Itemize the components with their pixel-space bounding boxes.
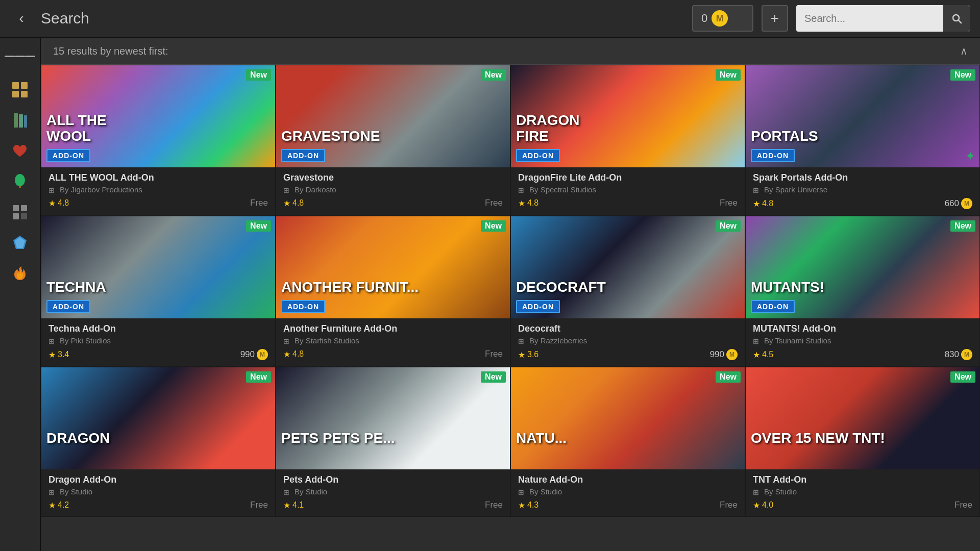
item-dragon2[interactable]: DRAGON New Dragon Add-On By Studio ★ 4.2… xyxy=(41,367,276,517)
author-name: By Darkosto xyxy=(295,185,336,194)
item-author: By Spectral Studios xyxy=(518,185,738,194)
addon-badge: Add-On xyxy=(281,149,325,162)
author-name: By Jigarbov Productions xyxy=(60,185,142,194)
price-coin-icon: M xyxy=(961,198,972,209)
svg-point-8 xyxy=(15,174,25,186)
item-rating: ★ 3.6 xyxy=(518,350,538,360)
author-icon xyxy=(283,337,291,345)
sidebar-icon-art[interactable] xyxy=(6,198,34,227)
rating-value: 4.0 xyxy=(762,500,773,510)
item-tnt[interactable]: OVER 15 NEW TNT! New TNT Add-On By Studi… xyxy=(745,367,980,517)
item-name: Dragon Add-On xyxy=(48,474,268,485)
author-name: By Starfish Studios xyxy=(295,336,359,345)
author-name: By Studio xyxy=(529,487,562,496)
item-thumbnail: NATU... New xyxy=(511,367,745,469)
svg-rect-4 xyxy=(14,113,18,128)
item-decocraft[interactable]: decocraft Add-On New Decocraft By Razzle… xyxy=(510,216,745,367)
item-all-the-wool[interactable]: ALL THEWOOL Add-On New ALL THE WOOL Add-… xyxy=(41,65,276,216)
item-author: By Piki Studios xyxy=(48,336,268,345)
star-icon: ★ xyxy=(753,500,760,510)
sidebar-icon-fire[interactable] xyxy=(6,259,34,288)
item-footer: ★ 4.5 830 M xyxy=(753,349,972,360)
rating-value: 4.8 xyxy=(292,198,304,208)
filter-arrow-icon[interactable]: ∧ xyxy=(960,45,968,57)
author-icon xyxy=(48,337,57,345)
item-thumbnail: ALL THEWOOL Add-On New xyxy=(41,65,275,167)
item-footer: ★ 4.2 Free xyxy=(48,500,268,510)
item-dragonfire[interactable]: DRAGONFIRE Add-On New DragonFire Lite Ad… xyxy=(510,65,745,216)
thumb-title: DRAGON xyxy=(46,431,110,446)
sidebar-icon-favorites[interactable] xyxy=(6,137,34,165)
addon-badge: Add-On xyxy=(281,300,325,313)
new-badge: New xyxy=(481,69,506,81)
item-nature[interactable]: NATU... New Nature Add-On By Studio ★ 4.… xyxy=(510,367,745,517)
item-spark-portals[interactable]: PORTALS Add-On New ✦ Spark Portals Add-O… xyxy=(745,65,980,216)
item-info: ALL THE WOOL Add-On By Jigarbov Producti… xyxy=(41,167,275,214)
item-author: By Studio xyxy=(518,487,738,496)
item-thumbnail: PORTALS Add-On New ✦ xyxy=(746,65,979,167)
hamburger-line-2 xyxy=(15,56,25,57)
item-price-free: Free xyxy=(720,198,738,208)
item-footer: ★ 4.8 Free xyxy=(283,349,503,359)
item-info: Dragon Add-On By Studio ★ 4.2 Free xyxy=(41,469,275,516)
item-rating: ★ 4.0 xyxy=(753,500,773,510)
search-button[interactable] xyxy=(943,5,970,32)
item-author: By Tsunami Studios xyxy=(753,336,972,345)
thumb-title: ANOTHER FURNIT... xyxy=(281,280,419,295)
search-input[interactable] xyxy=(796,13,943,24)
item-name: Nature Add-On xyxy=(518,474,738,485)
item-info: Pets Add-On By Studio ★ 4.1 Free xyxy=(276,469,510,516)
item-info: Gravestone By Darkosto ★ 4.8 Free xyxy=(276,167,510,214)
item-pets[interactable]: PETS PETS PE... New Pets Add-On By Studi… xyxy=(276,367,510,517)
item-gravestone[interactable]: GRAVESTONE Add-On New Gravestone By Dark… xyxy=(276,65,510,216)
item-name: DragonFire Lite Add-On xyxy=(518,172,738,183)
thumb-title: ALL THEWOOL xyxy=(46,113,107,144)
new-badge: New xyxy=(246,220,271,232)
sidebar-icon-category[interactable] xyxy=(6,76,34,104)
author-name: By Spark Universe xyxy=(764,185,827,194)
addon-badge: Add-On xyxy=(751,300,795,313)
item-price-free: Free xyxy=(720,500,738,510)
item-another-furniture[interactable]: ANOTHER FURNIT... Add-On New Another Fur… xyxy=(276,216,510,367)
item-techna[interactable]: TECHNA Add-On New Techna Add-On By Piki … xyxy=(41,216,276,367)
item-mutants[interactable]: MUTANTS! Add-On New MUTANTS! Add-On By T… xyxy=(745,216,980,367)
hamburger-menu[interactable] xyxy=(5,43,35,69)
author-icon xyxy=(518,337,526,345)
svg-rect-5 xyxy=(19,114,23,128)
item-rating: ★ 4.8 xyxy=(518,198,538,208)
items-grid: ALL THEWOOL Add-On New ALL THE WOOL Add-… xyxy=(41,65,980,517)
addon-badge: Add-On xyxy=(516,149,560,162)
new-badge: New xyxy=(481,220,506,232)
search-bar xyxy=(796,5,970,32)
item-thumbnail: DRAGON New xyxy=(41,367,275,469)
star-icon: ★ xyxy=(283,349,290,359)
price-amount: 660 xyxy=(945,198,959,209)
hamburger-line-1 xyxy=(5,56,15,57)
new-badge: New xyxy=(246,371,271,383)
content-area: 15 results by newest first: ∧ ALL THEWOO… xyxy=(41,38,980,551)
item-author: By Studio xyxy=(753,487,972,496)
thumb-title: decocraft xyxy=(516,280,606,295)
hamburger-line-3 xyxy=(25,56,35,57)
item-info: Nature Add-On By Studio ★ 4.3 Free xyxy=(511,469,745,516)
item-price-paid: 990 M xyxy=(710,349,738,360)
filter-text: 15 results by newest first: xyxy=(53,45,168,57)
addon-badge: Add-On xyxy=(46,149,90,162)
sidebar-icon-nature[interactable] xyxy=(6,167,34,196)
svg-rect-11 xyxy=(13,213,19,219)
star-icon: ★ xyxy=(753,350,760,360)
item-rating: ★ 3.4 xyxy=(48,350,69,360)
author-name: By Razzleberries xyxy=(529,336,587,345)
new-badge: New xyxy=(950,69,975,81)
item-price-free: Free xyxy=(485,500,503,510)
sidebar-icon-books[interactable] xyxy=(6,106,34,135)
author-icon xyxy=(48,488,57,496)
sidebar-icon-gems[interactable] xyxy=(6,229,34,257)
back-button[interactable]: ‹ xyxy=(10,7,33,30)
add-coins-button[interactable]: + xyxy=(762,5,788,32)
author-name: By Studio xyxy=(764,487,797,496)
item-author: By Spark Universe xyxy=(753,185,972,194)
new-badge: New xyxy=(716,220,741,232)
thumb-title: GRAVESTONE xyxy=(281,129,380,144)
author-icon xyxy=(753,488,761,496)
